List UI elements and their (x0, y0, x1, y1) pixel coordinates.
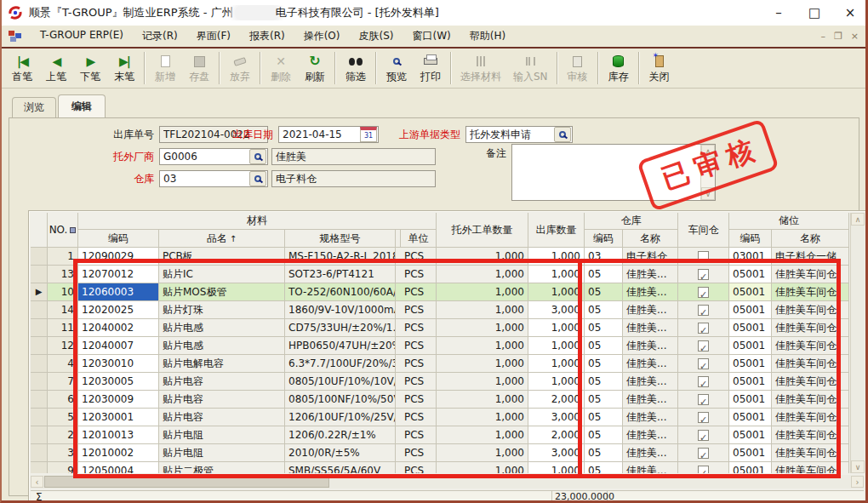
remark-textarea[interactable]: ∧ ∨ (511, 144, 716, 201)
table-row[interactable]: 1112040002贴片电感CD75/33UH/±20%/1.6APCS1,00… (31, 319, 849, 337)
col-name[interactable]: 品名↑ (159, 230, 285, 248)
out-qty-total: 23,000.0000 (551, 491, 608, 502)
horizontal-scrollbar[interactable]: ‹ › (31, 475, 864, 489)
cell-spec: 1206/10UF/10%/25V/X5R/85℃ (285, 409, 396, 426)
scroll-left-icon[interactable]: ‹ (31, 476, 43, 488)
workshop-checkbox[interactable] (698, 430, 709, 441)
col-location[interactable]: 储位 (729, 213, 849, 230)
col-out-qty[interactable]: 出库数量 (528, 213, 585, 248)
cell-workshop (678, 409, 729, 426)
mdi-restore-button[interactable]: ❐ (834, 31, 842, 42)
workshop-checkbox[interactable] (698, 323, 709, 334)
cell-name: 贴片电容 (159, 409, 285, 426)
workshop-checkbox[interactable] (698, 412, 709, 423)
col-loc-code[interactable]: 编码 (729, 230, 772, 248)
col-order-qty[interactable]: 托外工单数量 (437, 213, 528, 248)
close-door-icon: ✶ (651, 54, 668, 69)
col-warehouse[interactable]: 仓库 (585, 213, 678, 230)
workshop-checkbox[interactable] (698, 448, 709, 459)
workshop-checkbox[interactable] (698, 269, 709, 280)
menu-item-3[interactable]: 报表(R) (240, 26, 294, 46)
col-unit[interactable]: 单位 (401, 230, 437, 248)
menu-item-0[interactable]: T-GROUP ERP(E) (31, 26, 133, 46)
mdi-close-button[interactable]: × (851, 31, 859, 42)
col-loc-name[interactable]: 名称 (772, 230, 849, 248)
table-row[interactable]: 1212040007贴片电感HPB0650/47UH/±20%/2APCS1,0… (31, 337, 849, 355)
scroll-up-icon[interactable]: ∧ (851, 213, 865, 226)
workshop-checkbox[interactable] (698, 305, 709, 316)
toolbar-button-binoculars[interactable]: 筛选 (339, 49, 373, 87)
workshop-checkbox[interactable] (698, 376, 709, 387)
vertical-scrollbar[interactable]: ∧ ∨ (850, 213, 865, 473)
table-row[interactable]: ▶1012060003贴片MOS极管TO-252/60N100/60A/100V… (31, 283, 849, 301)
col-material[interactable]: 材料 (78, 213, 437, 230)
scroll-right-icon[interactable]: › (851, 476, 864, 488)
cell-loc_code: 05001 (729, 426, 772, 444)
col-workshop[interactable]: 车间仓 (678, 213, 729, 248)
lookup-icon[interactable] (249, 149, 266, 164)
tab-浏览[interactable]: 浏览 (12, 97, 56, 117)
cell-unit: PCS (401, 426, 437, 444)
toolbar-button-nav-first[interactable]: |◀首笔 (5, 49, 39, 87)
tab-编辑[interactable]: 编辑 (58, 94, 106, 118)
lookup-icon[interactable] (249, 171, 266, 186)
scrollbar-thumb[interactable] (44, 476, 329, 488)
vendor-code-field[interactable]: G0006 (159, 148, 268, 165)
cell-order_qty: 1,000 (437, 426, 528, 444)
menu-item-2[interactable]: 界面(F) (187, 26, 240, 46)
menu-item-7[interactable]: 帮助(H) (460, 26, 515, 46)
menu-item-5[interactable]: 皮肤(S) (350, 26, 403, 46)
toolbar-button-close-door[interactable]: ✶关闭 (642, 49, 677, 87)
workshop-checkbox[interactable] (698, 340, 709, 352)
calendar-icon[interactable]: 31 (360, 127, 377, 142)
table-row[interactable]: 1312070012贴片ICSOT23-6/PT4121PCS1,0001,00… (31, 266, 849, 283)
toolbar-label: 上笔 (46, 70, 66, 84)
col-code[interactable]: 编码 (78, 230, 159, 248)
toolbar-button-preview-mag[interactable]: 预览 (380, 49, 414, 87)
table-row[interactable]: 212010013贴片电阻1206/0.22R/±1%PCS1,0002,000… (31, 426, 849, 444)
table-row[interactable]: 612030009贴片电容0805/100NF/10%/50V/X7R/105℃… (31, 391, 849, 409)
col-no[interactable]: NO. (48, 213, 78, 248)
col-wh-code[interactable]: 编码 (585, 230, 623, 248)
toolbar-label: 筛选 (345, 70, 366, 84)
menu-item-4[interactable]: 操作(O) (294, 26, 350, 46)
scroll-up-icon[interactable]: ∧ (701, 145, 715, 157)
table-row[interactable]: 712030005贴片电容0805/10UF/10%/10V/X5R/85℃PC… (31, 373, 849, 391)
table-row[interactable]: 112090029PCB板MS-F150-A2-R-L 2018-06-04/铝… (31, 248, 849, 266)
workshop-checkbox[interactable] (698, 287, 709, 298)
toolbar-button-nav-last[interactable]: ▶|末笔 (107, 49, 141, 87)
out-date-field[interactable]: 2021-04-15 31 (278, 126, 379, 143)
toolbar-button-stock-cylinder[interactable]: 库存 (602, 49, 636, 87)
menu-item-1[interactable]: 记录(R) (133, 26, 187, 46)
table-row[interactable]: 312010002贴片电阻2010/0R/±5%PCS1,0003,00005佳… (31, 444, 849, 462)
table-row[interactable]: 1412020025贴片灯珠1860/9V-10V/1000mA/5600K-6… (31, 301, 849, 319)
menu-item-6[interactable]: 窗口(W) (403, 26, 460, 46)
scroll-down-icon[interactable]: ∨ (851, 460, 865, 473)
col-spec[interactable]: 规格型号 (285, 230, 396, 248)
warehouse-code-field[interactable]: 03 (159, 170, 268, 187)
minimize-button[interactable]: – (772, 5, 785, 20)
table-row[interactable]: 912050004贴片二极管SMB/SS56/5A/60VPCS1,0001,0… (31, 462, 849, 473)
lookup-icon[interactable] (554, 127, 571, 142)
upstream-type-field[interactable]: 托外发料申请 (465, 126, 573, 143)
workshop-checkbox[interactable] (698, 466, 709, 474)
remark-scrollbar[interactable]: ∧ ∨ (700, 145, 715, 200)
scroll-down-icon[interactable]: ∨ (701, 187, 715, 200)
col-wh-name[interactable]: 名称 (623, 230, 678, 248)
cell-spec: 0805/10UF/10%/10V/X5R/85℃ (285, 373, 396, 391)
workshop-checkbox[interactable] (698, 251, 709, 262)
cell-no: 3 (48, 444, 78, 462)
close-button[interactable]: × (843, 5, 857, 20)
cell-unit: PCS (401, 355, 437, 373)
refresh-icon: ↻ (306, 54, 323, 69)
toolbar-button-printer[interactable]: 打印 (414, 49, 448, 87)
workshop-checkbox[interactable] (698, 358, 709, 369)
table-row[interactable]: 412030010贴片电解电容6.3*7.7/100UF/20%/35V/电解/… (31, 355, 849, 373)
toolbar-button-nav-prev[interactable]: ◀上笔 (39, 49, 73, 87)
maximize-button[interactable]: □ (808, 5, 821, 20)
table-row[interactable]: 512030001贴片电容1206/10UF/10%/25V/X5R/85℃PC… (31, 409, 849, 426)
mdi-minimize-button[interactable]: – (820, 31, 825, 42)
workshop-checkbox[interactable] (698, 394, 709, 405)
toolbar-button-nav-next[interactable]: ▶下笔 (73, 49, 107, 87)
toolbar-button-refresh[interactable]: ↻刷新 (298, 49, 332, 87)
